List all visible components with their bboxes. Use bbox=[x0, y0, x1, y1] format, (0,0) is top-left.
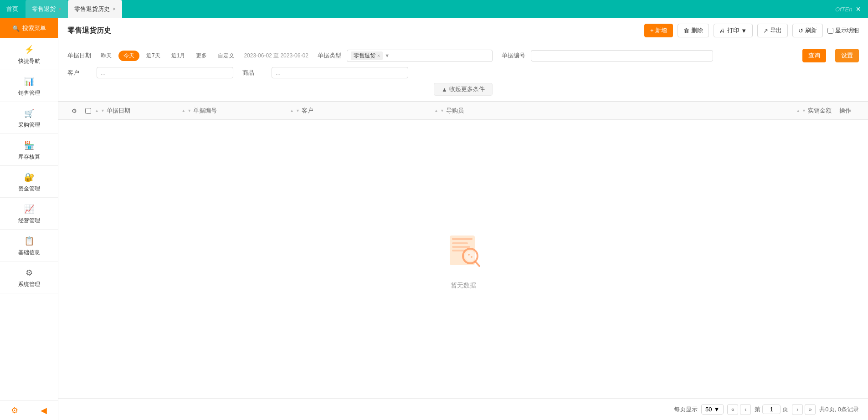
show-detail-checkbox[interactable] bbox=[827, 28, 833, 34]
pagination: 每页显示 50 ▼ « ‹ 第 页 › » 共0页, 0条记录 bbox=[58, 398, 868, 420]
refresh-label: 刷新 bbox=[805, 26, 817, 35]
select-all-checkbox[interactable] bbox=[85, 108, 91, 114]
svg-rect-1 bbox=[452, 238, 473, 240]
tab-retail-return-close[interactable]: × bbox=[58, 6, 62, 12]
sidebar-item-basic-info[interactable]: 📋 基础信息 bbox=[0, 230, 58, 261]
top-bar: 首页 零售退货 × 零售退货历史 × OfTEn × bbox=[0, 0, 868, 18]
column-guide[interactable]: ▲ ▼ 导购员 bbox=[434, 107, 543, 115]
customer-label: 客户 bbox=[67, 69, 93, 77]
customer-input[interactable]: ... bbox=[97, 67, 233, 78]
date-btn-custom[interactable]: 自定义 bbox=[214, 51, 238, 61]
delete-label: 删除 bbox=[691, 26, 703, 35]
tab-retail-return[interactable]: 零售退货 × bbox=[26, 0, 68, 18]
sidebar-item-inventory[interactable]: 🏪 库存核算 bbox=[0, 134, 58, 166]
page-nav-next: › » bbox=[792, 404, 816, 415]
prev-page-button[interactable]: ‹ bbox=[740, 404, 751, 415]
per-page-dropdown-arrow: ▼ bbox=[714, 406, 719, 413]
sidebar-item-purchase-label: 采购管理 bbox=[18, 121, 40, 129]
basic-info-icon: 📋 bbox=[24, 236, 34, 246]
export-icon: ↗ bbox=[763, 27, 768, 34]
bill-no-filter-group: 单据编号 bbox=[502, 50, 793, 61]
sidebar-item-finance[interactable]: 🔐 资金管理 bbox=[0, 166, 58, 198]
per-page-select[interactable]: 50 ▼ bbox=[701, 404, 724, 415]
amount-sort-down-icon: ▼ bbox=[802, 108, 806, 113]
setting-button[interactable]: 设置 bbox=[835, 49, 859, 62]
quick-nav-icon: ⚡ bbox=[24, 45, 34, 55]
filter-row-2: 客户 ... 商品 ... bbox=[67, 67, 859, 78]
goods-filter-group: 商品 ... bbox=[242, 67, 408, 78]
date-btn-yesterday[interactable]: 昨天 bbox=[97, 51, 116, 61]
delete-button[interactable]: 🗑 删除 bbox=[678, 24, 709, 37]
date-btn-1month[interactable]: 近1月 bbox=[167, 51, 190, 61]
sidebar-item-inventory-label: 库存核算 bbox=[18, 153, 40, 161]
svg-point-8 bbox=[468, 254, 470, 256]
collapse-sidebar-icon[interactable]: ◀ bbox=[41, 405, 47, 415]
guide-sort-down-icon: ▼ bbox=[440, 108, 444, 113]
date-filter-group: 单据日期 昨天 今天 近7天 近1月 更多 自定义 2023-06-02 至 2… bbox=[67, 51, 308, 61]
column-action: 操作 bbox=[832, 107, 859, 115]
query-button[interactable]: 查询 bbox=[802, 49, 826, 62]
sidebar-item-operations[interactable]: 📈 经营管理 bbox=[0, 198, 58, 230]
table-header: ⚙ ▲ ▼ 单据日期 ▲ ▼ 单据编号 ▲ ▼ 客户 bbox=[58, 102, 868, 120]
sidebar: 🔍 搜索菜单 ⚡ 快捷导航 📊 销售管理 🛒 采购管理 🏪 库存核算 🔐 资金管… bbox=[0, 18, 58, 420]
column-customer[interactable]: ▲ ▼ 客户 bbox=[290, 107, 434, 115]
show-detail-label: 显示明细 bbox=[835, 26, 859, 35]
column-settings-icon: ⚙ bbox=[72, 108, 77, 114]
new-button[interactable]: + 新增 bbox=[644, 24, 673, 37]
header-actions: + 新增 🗑 删除 🖨 打印 ▼ ↗ 导出 ↺ 刷新 bbox=[644, 24, 859, 43]
bill-type-dropdown-arrow: ▼ bbox=[385, 53, 390, 58]
sales-icon: 📊 bbox=[24, 77, 34, 87]
window-close-button[interactable]: × bbox=[856, 5, 861, 14]
sidebar-bottom: ⚙ ◀ bbox=[0, 400, 58, 420]
sidebar-search[interactable]: 🔍 搜索菜单 bbox=[0, 18, 58, 38]
show-detail-toggle[interactable]: 显示明细 bbox=[827, 26, 859, 35]
page-number-input[interactable] bbox=[762, 405, 781, 414]
first-page-button[interactable]: « bbox=[727, 404, 738, 415]
tab-home[interactable]: 首页 bbox=[0, 0, 25, 18]
export-button[interactable]: ↗ 导出 bbox=[757, 24, 788, 37]
goods-input[interactable]: ... bbox=[272, 67, 408, 78]
sidebar-item-sales-mgmt[interactable]: 📊 销售管理 bbox=[0, 70, 58, 102]
sidebar-item-purchase-mgmt[interactable]: 🛒 采购管理 bbox=[0, 102, 58, 134]
inventory-icon: 🏪 bbox=[24, 140, 34, 150]
column-guide-label: 导购员 bbox=[446, 107, 464, 115]
next-page-button[interactable]: › bbox=[792, 404, 803, 415]
date-btn-today[interactable]: 今天 bbox=[118, 51, 139, 61]
column-settings[interactable]: ⚙ bbox=[67, 108, 81, 114]
bill-type-label: 单据类型 bbox=[318, 51, 343, 60]
print-icon: 🖨 bbox=[719, 27, 725, 34]
bill-type-input[interactable]: 零售退货 × ▼ bbox=[347, 50, 493, 62]
sidebar-item-finance-label: 资金管理 bbox=[18, 185, 40, 193]
settings-bottom-icon[interactable]: ⚙ bbox=[11, 405, 18, 415]
collapse-up-icon: ▲ bbox=[442, 86, 447, 93]
system-icon: ⚙ bbox=[26, 268, 33, 278]
bill-no-input[interactable] bbox=[531, 50, 713, 61]
svg-point-6 bbox=[465, 251, 475, 261]
sort-down-icon: ▼ bbox=[101, 108, 105, 113]
column-bill-no[interactable]: ▲ ▼ 单据编号 bbox=[181, 107, 290, 115]
sidebar-search-label: 搜索菜单 bbox=[22, 24, 46, 32]
tab-retail-return-label: 零售退货 bbox=[32, 5, 56, 13]
refresh-icon: ↺ bbox=[798, 27, 803, 34]
column-date[interactable]: ▲ ▼ 单据日期 bbox=[95, 107, 181, 115]
column-amount[interactable]: ▲ ▼ 实销金额 bbox=[759, 107, 832, 115]
print-button[interactable]: 🖨 打印 ▼ bbox=[714, 24, 753, 37]
tab-retail-return-history-close[interactable]: × bbox=[113, 6, 116, 12]
customer-sort-down-icon: ▼ bbox=[296, 108, 300, 113]
sidebar-item-basic-info-label: 基础信息 bbox=[18, 249, 40, 256]
date-btn-more[interactable]: 更多 bbox=[192, 51, 211, 61]
collapse-button[interactable]: ▲ 收起更多条件 bbox=[434, 83, 493, 96]
tab-retail-return-history[interactable]: 零售退货历史 × bbox=[68, 0, 122, 18]
column-date-label: 单据日期 bbox=[107, 107, 130, 115]
last-page-button[interactable]: » bbox=[805, 404, 816, 415]
column-checkbox[interactable] bbox=[81, 108, 95, 114]
sidebar-item-system-mgmt[interactable]: ⚙ 系统管理 bbox=[0, 261, 58, 293]
collapse-label: 收起更多条件 bbox=[449, 85, 485, 93]
bill-type-tag-close[interactable]: × bbox=[377, 53, 380, 58]
date-btn-7days[interactable]: 近7天 bbox=[142, 51, 164, 61]
page-unit: 页 bbox=[782, 405, 788, 414]
sidebar-item-quick-nav[interactable]: ⚡ 快捷导航 bbox=[0, 38, 58, 70]
svg-point-9 bbox=[471, 256, 473, 258]
refresh-button[interactable]: ↺ 刷新 bbox=[792, 24, 823, 37]
per-page-label: 每页显示 bbox=[674, 405, 698, 414]
